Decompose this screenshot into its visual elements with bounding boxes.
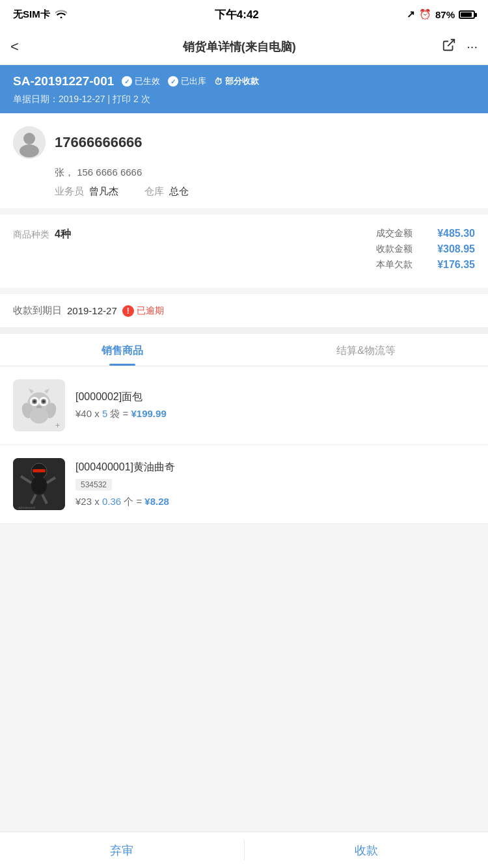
bottom-bar: 弃审 收款 <box>0 832 488 868</box>
nav-bar: < 销货单详情(来自电脑) ··· <box>0 29 488 65</box>
wifi-icon <box>55 9 67 20</box>
summary-left: 商品种类 4种 <box>13 228 71 241</box>
due-date-label: 收款到期日 <box>13 305 62 317</box>
svg-text:advanced: advanced <box>18 506 35 509</box>
header-date-row: 单据日期：2019-12-27 | 打印 2 次 <box>13 94 475 105</box>
customer-name: 17666666666 <box>55 134 142 151</box>
customer-info: 张， 156 6666 6666 <box>13 167 475 179</box>
status-bar: 无SIM卡 下午4:42 ↗ ⏰ 87% <box>0 0 488 29</box>
product-total-2: ¥8.28 <box>144 496 169 507</box>
product-total-1: ¥199.99 <box>131 408 167 419</box>
order-id-row: SA-20191227-001 ✓ 已生效 ✓ 已出库 ⏱ 部分收款 <box>13 74 475 88</box>
product-info-2: [000400001]黄油曲奇 534532 ¥23 x 0.36 个 = ¥8… <box>75 461 475 508</box>
customer-row: 17666666666 <box>13 126 475 159</box>
product-type-count: 4种 <box>55 228 71 241</box>
product-item-2: advanced [000400001]黄油曲奇 534532 ¥23 x 0.… <box>0 445 488 524</box>
tab-bar: 销售商品 结算&物流等 <box>0 334 488 366</box>
debt-amount-label: 本单欠款 <box>376 259 413 271</box>
product-name-1: [0000002]面包 <box>75 390 475 404</box>
warehouse-item: 仓库 总仓 <box>144 185 189 198</box>
overdue-badge: ! 已逾期 <box>122 305 164 317</box>
svg-point-17 <box>30 408 48 424</box>
location-icon: ↗ <box>407 8 415 20</box>
debt-amount-row: 本单欠款 ¥176.35 <box>376 259 475 271</box>
svg-point-2 <box>23 133 35 144</box>
summary-card: 商品种类 4种 成交金额 ¥485.30 收款金额 ¥308.95 本单欠款 ¥… <box>0 215 488 288</box>
cancel-button[interactable]: 弃审 <box>0 832 244 868</box>
received-amount-value: ¥308.95 <box>423 243 475 255</box>
product-price-2: ¥23 x 0.36 个 = ¥8.28 <box>75 496 475 508</box>
overdue-icon: ! <box>122 305 134 317</box>
battery-icon <box>459 10 475 19</box>
due-date-card: 收款到期日 2019-12-27 ! 已逾期 <box>0 294 488 327</box>
share-button[interactable] <box>442 38 456 55</box>
product-qty-1: 5 <box>102 408 107 419</box>
product-name-2: [000400001]黄油曲奇 <box>75 461 475 474</box>
svg-rect-21 <box>33 469 46 472</box>
product-item-1: + [0000002]面包 ¥40 x 5 袋 = ¥199.99 <box>0 366 488 445</box>
carrier-label: 无SIM卡 <box>13 8 50 21</box>
status-badge-effective: ✓ 已生效 <box>122 75 160 87</box>
svg-point-22 <box>31 476 47 495</box>
received-amount-label: 收款金额 <box>376 243 413 255</box>
confirm-button[interactable]: 收款 <box>245 832 489 868</box>
svg-text:+: + <box>55 421 60 430</box>
customer-card: 17666666666 张， 156 6666 6666 业务员 曾凡杰 仓库 … <box>0 113 488 208</box>
tab-sales-products[interactable]: 销售商品 <box>0 334 244 366</box>
due-date-value: 2019-12-27 <box>67 305 117 316</box>
nav-actions: ··· <box>442 38 478 55</box>
check-icon-1: ✓ <box>122 76 132 87</box>
product-price-1: ¥40 x 5 袋 = ¥199.99 <box>75 408 475 420</box>
warehouse-value: 总仓 <box>169 185 189 198</box>
svg-point-10 <box>33 400 36 403</box>
product-type-label: 商品种类 <box>13 229 49 241</box>
section-divider <box>0 327 488 334</box>
clock-icon: ⏱ <box>214 77 223 87</box>
customer-meta: 业务员 曾凡杰 仓库 总仓 <box>13 185 475 198</box>
product-info-1: [0000002]面包 ¥40 x 5 袋 = ¥199.99 <box>75 390 475 420</box>
svg-point-3 <box>20 144 39 157</box>
summary-right: 成交金额 ¥485.30 收款金额 ¥308.95 本单欠款 ¥176.35 <box>376 228 475 275</box>
product-thumb-2: advanced <box>13 458 65 510</box>
order-id: SA-20191227-001 <box>13 74 114 88</box>
status-time: 下午4:42 <box>215 7 259 22</box>
deal-amount-value: ¥485.30 <box>423 228 475 239</box>
svg-point-11 <box>42 400 45 403</box>
deal-amount-label: 成交金额 <box>376 228 413 239</box>
sales-rep-value: 曾凡杰 <box>89 185 118 198</box>
debt-amount-value: ¥176.35 <box>423 259 475 271</box>
status-left: 无SIM卡 <box>13 8 67 21</box>
battery-label: 87% <box>435 9 455 20</box>
product-type-row: 商品种类 4种 <box>13 228 71 241</box>
product-sku-2: 534532 <box>75 479 112 491</box>
product-qty-2: 0.36 <box>102 496 121 507</box>
back-button[interactable]: < <box>10 38 36 55</box>
status-badge-partial: ⏱ 部分收款 <box>214 75 259 87</box>
overdue-text: 已逾期 <box>137 305 164 317</box>
svg-line-0 <box>448 40 454 46</box>
page-title: 销货单详情(来自电脑) <box>183 39 296 55</box>
product-list: + [0000002]面包 ¥40 x 5 袋 = ¥199.99 <box>0 366 488 524</box>
status-badge-shipped: ✓ 已出库 <box>168 75 206 87</box>
header-banner: SA-20191227-001 ✓ 已生效 ✓ 已出库 ⏱ 部分收款 单据日期：… <box>0 65 488 113</box>
more-button[interactable]: ··· <box>467 39 478 54</box>
received-amount-row: 收款金额 ¥308.95 <box>376 243 475 255</box>
product-thumb-1: + <box>13 379 65 431</box>
avatar <box>13 126 46 159</box>
alarm-icon: ⏰ <box>419 8 431 20</box>
sales-rep-item: 业务员 曾凡杰 <box>55 185 118 198</box>
warehouse-label: 仓库 <box>144 185 164 198</box>
deal-amount-row: 成交金额 ¥485.30 <box>376 228 475 239</box>
sales-rep-label: 业务员 <box>55 185 84 198</box>
check-icon-2: ✓ <box>168 76 178 87</box>
tab-settlement[interactable]: 结算&物流等 <box>244 334 488 366</box>
status-right: ↗ ⏰ 87% <box>407 8 475 20</box>
summary-row: 商品种类 4种 成交金额 ¥485.30 收款金额 ¥308.95 本单欠款 ¥… <box>13 228 475 275</box>
